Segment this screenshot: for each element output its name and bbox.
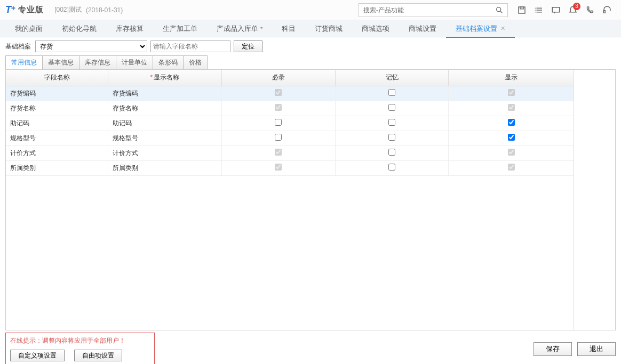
cell-field: 规格型号 (6, 131, 108, 145)
cell-field: 计价方式 (6, 145, 108, 160)
app-logo: T+ 专业版 (5, 4, 44, 15)
tab-4[interactable]: 产成品入库单* (207, 20, 272, 37)
subtab-0[interactable]: 常用信息 (5, 55, 43, 69)
tab-label: 商城设置 (409, 24, 436, 34)
required-cell (221, 116, 335, 131)
custom-fields-button[interactable]: 自定义项设置 (10, 350, 65, 361)
memory-cell (335, 86, 449, 101)
table-row[interactable]: 计价方式计价方式 (6, 145, 574, 160)
message-icon-button[interactable] (547, 2, 564, 19)
floppy-icon (517, 5, 527, 15)
svg-point-9 (535, 12, 536, 13)
subtab-1[interactable]: 基本信息 (42, 55, 79, 69)
free-fields-button[interactable]: 自由项设置 (74, 350, 122, 361)
show-cell (449, 86, 574, 101)
memory-checkbox[interactable] (388, 149, 395, 156)
required-checkbox[interactable] (275, 134, 282, 141)
db-date: (2018-01-31) (86, 6, 123, 14)
memory-checkbox[interactable] (388, 134, 395, 141)
exit-button[interactable]: 退出 (577, 342, 616, 356)
close-icon[interactable]: ✕ (500, 25, 505, 32)
memory-checkbox[interactable] (388, 89, 395, 96)
tab-5[interactable]: 科目 (272, 20, 305, 37)
col-required: 必录 (221, 70, 335, 86)
tab-1[interactable]: 初始化导航 (52, 20, 106, 37)
required-checkbox[interactable] (275, 119, 282, 126)
table-row[interactable]: 规格型号规格型号 (6, 131, 574, 145)
tab-7[interactable]: 商城选项 (352, 20, 399, 37)
required-cell (221, 145, 335, 160)
subtab-2[interactable]: 库存信息 (79, 55, 116, 69)
required-checkbox (275, 164, 282, 171)
save-icon-button[interactable] (513, 2, 530, 19)
tab-6[interactable]: 订货商城 (305, 20, 352, 37)
subtab-5[interactable]: 价格 (183, 55, 208, 69)
list-icon-button[interactable] (530, 2, 547, 19)
required-cell (221, 86, 335, 101)
field-name-input[interactable] (150, 41, 230, 52)
table-row[interactable]: 助记码助记码 (6, 116, 574, 131)
tab-label: 初始化导航 (62, 24, 97, 34)
memory-cell (335, 101, 449, 116)
required-cell (221, 160, 335, 175)
filter-row: 基础档案 存货 定位 (0, 37, 621, 55)
save-button[interactable]: 保存 (534, 342, 572, 356)
dirty-marker-icon: * (260, 26, 262, 32)
required-cell (221, 131, 335, 145)
tab-label: 科目 (282, 24, 296, 34)
cell-field: 存货编码 (6, 86, 108, 101)
table-row[interactable]: 存货名称存货名称 (6, 101, 574, 116)
bottom-bar: 在线提示：调整内容将应用于全部用户！ 自定义项设置 自由项设置 保存 退出 (0, 330, 621, 364)
cell-display: 所属类别 (108, 160, 222, 175)
memory-cell (335, 145, 449, 160)
list-icon (534, 5, 544, 15)
show-checkbox[interactable] (508, 119, 515, 126)
svg-line-1 (500, 11, 502, 13)
tab-label: 产成品入库单 (217, 24, 258, 34)
memory-checkbox[interactable] (388, 119, 395, 126)
table-row[interactable]: 存货编码存货编码 (6, 86, 574, 101)
svg-point-8 (535, 10, 536, 11)
svg-rect-11 (603, 10, 605, 13)
show-checkbox (508, 89, 515, 96)
archive-select[interactable]: 存货 (35, 41, 147, 52)
svg-rect-2 (519, 7, 525, 13)
filter-label: 基础档案 (5, 42, 31, 51)
notification-icon-button[interactable]: 3 (564, 2, 582, 19)
show-cell (449, 116, 574, 131)
show-cell (449, 131, 574, 145)
tab-label: 基础档案设置 (456, 24, 497, 34)
tab-9[interactable]: 基础档案设置✕ (446, 20, 515, 37)
table-row[interactable]: 所属类别所属类别 (6, 160, 574, 175)
col-show: 显示 (449, 70, 574, 86)
tab-3[interactable]: 生产加工单 (153, 20, 207, 37)
field-table: 字段名称 *显示名称 必录 记忆 显示 存货编码存货编码存货名称存货名称助记码助… (6, 70, 574, 176)
locate-button[interactable]: 定位 (234, 41, 262, 52)
global-search (359, 3, 508, 17)
col-field: 字段名称 (6, 70, 108, 86)
search-input[interactable] (359, 6, 491, 14)
phone-icon-button[interactable] (582, 2, 599, 19)
col-display: *显示名称 (108, 70, 222, 86)
support-icon-button[interactable] (599, 2, 616, 19)
memory-checkbox[interactable] (388, 104, 395, 111)
show-checkbox[interactable] (508, 134, 515, 141)
cell-display: 助记码 (108, 116, 222, 131)
logo-edition: 专业版 (18, 5, 44, 15)
subtab-4[interactable]: 条形码 (153, 55, 184, 69)
required-cell (221, 101, 335, 116)
cell-display: 计价方式 (108, 145, 222, 160)
col-memory: 记忆 (335, 70, 449, 86)
search-button[interactable] (491, 4, 507, 17)
tab-0[interactable]: 我的桌面 (5, 20, 52, 37)
memory-checkbox[interactable] (388, 164, 395, 171)
tab-label: 我的桌面 (15, 24, 43, 34)
memory-cell (335, 116, 449, 131)
cell-display: 存货名称 (108, 101, 222, 116)
headset-icon (602, 5, 612, 15)
tab-8[interactable]: 商城设置 (399, 20, 446, 37)
subtab-3[interactable]: 计量单位 (116, 55, 153, 69)
tab-2[interactable]: 库存核算 (106, 20, 153, 37)
tip-box: 在线提示：调整内容将应用于全部用户！ 自定义项设置 自由项设置 (5, 333, 155, 364)
show-checkbox (508, 104, 515, 111)
